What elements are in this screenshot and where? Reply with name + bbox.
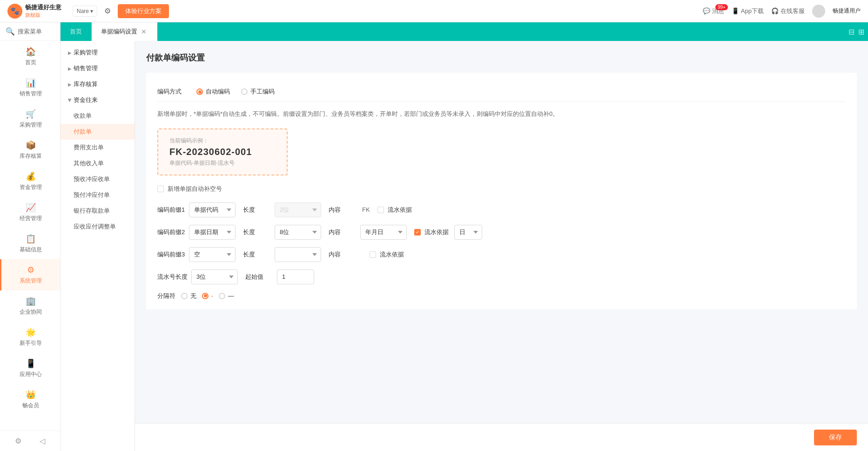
user-avatar: [812, 5, 825, 18]
sep-dot-option[interactable]: ·: [202, 292, 213, 299]
content1-value: FK: [362, 206, 370, 213]
serial-length-field: 流水号长度 3位: [157, 269, 238, 284]
header-settings-btn[interactable]: ⚙: [101, 5, 114, 18]
submenu-item-payment[interactable]: 付款单: [61, 124, 135, 140]
submenu-item-expense[interactable]: 费用支出单: [61, 140, 135, 155]
member-icon: 👑: [26, 390, 36, 400]
sep-dash-radio[interactable]: [219, 293, 225, 299]
service-icon: 🎧: [771, 7, 779, 14]
sidebar-item-label: 库存核算: [20, 152, 42, 160]
serial2-period-select[interactable]: 日: [454, 225, 482, 240]
sidebar: 🔍 搜索菜单 🏠 首页 📊 销售管理 🛒 采购管理 📦 库存核算 💰: [0, 22, 61, 451]
sidebar-item-system[interactable]: ⚙ 系统管理: [0, 259, 60, 290]
submenu-item-prepay-recv[interactable]: 预收冲应收单: [61, 171, 135, 187]
auto-fill-checkbox[interactable]: [157, 186, 164, 192]
submenu-group-purchase-header[interactable]: ▶ 采购管理: [61, 45, 135, 61]
online-service-btn[interactable]: 🎧 在线客服: [771, 7, 805, 15]
length2-select[interactable]: 8位: [275, 225, 321, 240]
sidebar-item-member[interactable]: 👑 畅会员: [0, 384, 60, 415]
sidebar-item-enterprise[interactable]: 🏢 企业协同: [0, 290, 60, 322]
submenu-group-label: 库存核算: [74, 80, 98, 88]
submenu-item-receipt[interactable]: 收款单: [61, 108, 135, 124]
manual-code-option[interactable]: 手工编码: [241, 88, 275, 96]
sidebar-item-inventory[interactable]: 📦 库存核算: [0, 135, 60, 166]
logo-text: 畅捷通好生意 旗舰版: [25, 3, 61, 19]
auto-code-option[interactable]: 自动编码: [196, 88, 230, 96]
serial2-check-row: ✓ 流水依据 日: [414, 225, 482, 240]
serial-length-select[interactable]: 3位: [191, 269, 238, 284]
submenu-item-other-income[interactable]: 其他收入单: [61, 155, 135, 171]
length2-field: 长度 8位: [243, 225, 321, 240]
sidebar-item-purchase[interactable]: 🛒 采购管理: [0, 103, 60, 135]
submenu-group-sales-header[interactable]: ▶ 销售管理: [61, 61, 135, 76]
separator-label: 分隔符: [157, 292, 175, 300]
sidebar-item-sales[interactable]: 📊 销售管理: [0, 72, 60, 103]
save-button[interactable]: 保存: [814, 430, 857, 445]
sidebar-search[interactable]: 🔍 搜索菜单: [0, 22, 60, 41]
basic-icon: 📋: [26, 234, 36, 244]
manual-code-radio[interactable]: [241, 88, 248, 95]
company-dropdown[interactable]: Nare ▾: [73, 6, 97, 17]
sidebar-item-label: 资金管理: [20, 183, 42, 191]
preview-sub: 单据代码-单据日期-流水号: [169, 159, 276, 167]
message-badge: 99+: [715, 4, 728, 10]
sidebar-collapse-btn[interactable]: ◁: [40, 437, 45, 445]
app-download-btn[interactable]: 📱 App下载: [732, 7, 764, 15]
submenu-item-prepay-pay[interactable]: 预付冲应付单: [61, 187, 135, 203]
prefix1-field: 编码前缀1 单据代码: [157, 202, 236, 217]
start-value-field: 起始值: [245, 269, 314, 284]
sidebar-item-basic[interactable]: 📋 基础信息: [0, 228, 60, 259]
sidebar-item-finance[interactable]: 💰 资金管理: [0, 166, 60, 197]
sidebar-item-label: 销售管理: [20, 90, 42, 98]
message-btn[interactable]: 💬 消息 99+: [703, 7, 724, 15]
industry-btn[interactable]: 体验行业方案: [118, 4, 169, 18]
sidebar-item-label: 首页: [25, 59, 36, 67]
sep-none-radio[interactable]: [181, 293, 188, 299]
sep-dot-radio[interactable]: [202, 293, 209, 299]
prefix1-select[interactable]: 单据代码: [189, 202, 236, 217]
sidebar-item-home[interactable]: 🏠 首页: [0, 41, 60, 72]
search-icon: 🔍: [6, 27, 15, 36]
serial1-checkbox[interactable]: [377, 207, 384, 213]
tab-close-btn[interactable]: ✕: [140, 28, 148, 35]
sidebar-item-operation[interactable]: 📈 经营管理: [0, 197, 60, 228]
prefix2-label: 编码前缀2: [157, 228, 185, 236]
tab-encoding[interactable]: 单据编码设置 ✕: [92, 22, 157, 41]
length1-select[interactable]: 2位: [275, 202, 321, 217]
tabs-maximize-btn[interactable]: ⊞: [858, 27, 864, 36]
submenu-item-bank[interactable]: 银行存取款单: [61, 203, 135, 219]
sep-dash-option[interactable]: —: [219, 292, 234, 299]
page-content: 付款单编码设置 编码方式 自动编码 手工编码: [135, 41, 868, 423]
submenu-item-adjustment[interactable]: 应收应付调整单: [61, 219, 135, 235]
tab-encoding-label: 单据编码设置: [101, 27, 137, 36]
content1-label: 内容: [329, 206, 357, 214]
tabs-minimize-btn[interactable]: ⊟: [848, 27, 855, 36]
prefix3-select[interactable]: 空: [189, 247, 236, 262]
submenu-group-finance-header[interactable]: ▶ 资金往来: [61, 92, 135, 108]
sep-none-option[interactable]: 无: [181, 292, 196, 300]
message-icon: 💬: [703, 7, 710, 14]
submenu-group-inventory-header[interactable]: ▶ 库存核算: [61, 76, 135, 92]
collapse-arrow-icon: ▶: [68, 50, 72, 55]
sidebar-item-apps[interactable]: 📱 应用中心: [0, 353, 60, 384]
sidebar-item-guide[interactable]: 🌟 新手引导: [0, 322, 60, 353]
length3-select[interactable]: [275, 247, 321, 262]
prefix2-select[interactable]: 单据日期: [189, 225, 236, 240]
prefix1-label: 编码前缀1: [157, 206, 185, 214]
auto-code-radio[interactable]: [196, 88, 203, 95]
length3-label: 长度: [243, 250, 271, 259]
page-title: 付款单编码设置: [146, 52, 857, 63]
content2-select[interactable]: 年月日: [360, 225, 407, 240]
sep-dash-label: —: [228, 292, 234, 299]
sidebar-item-label: 企业协同: [20, 308, 42, 316]
main-area: 首页 单据编码设置 ✕ ⊟ ⊞ ▶ 采购管理: [61, 22, 868, 451]
serial3-checkbox[interactable]: [370, 251, 376, 258]
serial2-label: 流水依据: [424, 228, 449, 236]
serial2-checkbox[interactable]: ✓: [414, 229, 421, 236]
start-value-input[interactable]: [277, 269, 314, 284]
sidebar-settings-btn[interactable]: ⚙: [15, 437, 21, 445]
separator-row: 分隔符 无 ·: [157, 292, 846, 300]
page-wrapper: 付款单编码设置 编码方式 自动编码 手工编码: [135, 41, 868, 451]
tab-home[interactable]: 首页: [61, 22, 92, 41]
top-header: 🐾 畅捷通好生意 旗舰版 Nare ▾ ⚙ 体验行业方案 💬 消息 99+ 📱 …: [0, 0, 868, 22]
